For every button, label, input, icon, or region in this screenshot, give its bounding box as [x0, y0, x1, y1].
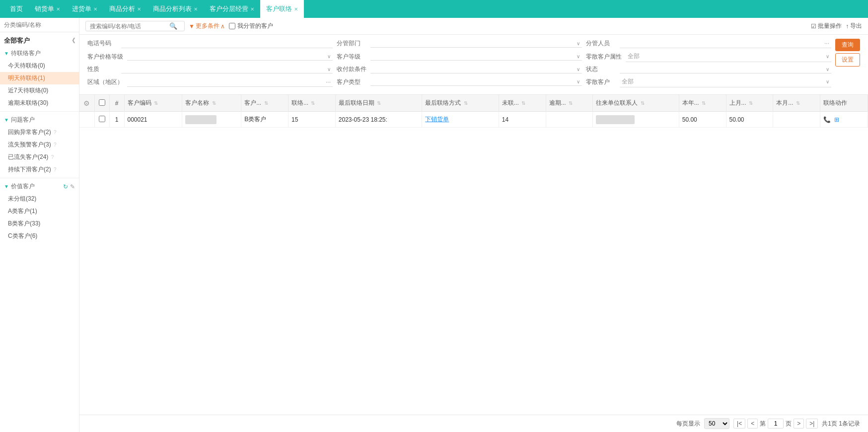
phone-input[interactable] [121, 39, 333, 48]
sort-icon-last-month[interactable]: ⇅ [749, 100, 753, 106]
sort-icon-name[interactable]: ⇅ [212, 100, 216, 106]
nav-close-customer-tier[interactable]: ✕ [250, 6, 254, 12]
cell-customer-type: B类客户 [241, 112, 289, 128]
query-button[interactable]: 查询 [835, 39, 860, 51]
customer-name-masked: Ea [185, 115, 217, 124]
dept-select[interactable]: ∨ [370, 40, 582, 48]
manager-dots-icon[interactable]: ··· [824, 40, 829, 47]
customer-type-arrow-icon: ∨ [577, 79, 580, 84]
sidebar-item-class-b[interactable]: B类客户(33) [0, 217, 79, 230]
sidebar-item-repurchase-abnormal[interactable]: 回购异常客户(2) ? [0, 126, 79, 139]
payment-select[interactable]: ∨ [370, 66, 582, 73]
help-icon-3: ? [51, 154, 54, 160]
sidebar-item-today-contact[interactable]: 今天待联络(0) [0, 60, 79, 72]
last-contact-method-link[interactable]: 下销货单 [425, 116, 449, 123]
customer-level-select[interactable]: ∨ [370, 53, 582, 61]
page-input[interactable] [768, 419, 784, 429]
contact-action-phone-icon[interactable]: 📞 [823, 116, 831, 123]
col-settings: ⚙ [79, 95, 94, 112]
nav-goods-analysis-list[interactable]: 商品分析列表 ✕ [147, 0, 204, 18]
price-tier-label: 客户价格等级 [87, 53, 123, 61]
search-input[interactable] [90, 23, 169, 30]
nav-goods-analysis[interactable]: 商品分析 ✕ [103, 0, 147, 18]
export-button[interactable]: ↑ 导出 [846, 22, 862, 30]
retail-customer-select[interactable]: 全部 ∨ [620, 76, 831, 87]
sidebar-item-lost[interactable]: 已流失客户(24) ? [0, 151, 79, 163]
retail-attr-arrow-icon: ∨ [826, 54, 829, 59]
cell-last-contact-method: 下销货单 [422, 112, 499, 128]
customer-type-select[interactable]: ∨ [370, 78, 582, 86]
sort-icon-unit-contact[interactable]: ⇅ [641, 100, 645, 106]
sort-icon-type[interactable]: ⇅ [264, 100, 268, 106]
payment-label: 收付款条件 [337, 65, 366, 73]
prev-page-button[interactable]: < [747, 419, 758, 429]
retail-attr-select[interactable]: 全部 ∨ [626, 51, 831, 62]
batch-operation-button[interactable]: ☑ 批量操作 [811, 22, 842, 30]
nav-home[interactable]: 首页 [4, 0, 29, 18]
collapse-icon[interactable]: 《 [69, 37, 75, 45]
filter-row-4: 区域（地区） ··· 客户类型 ∨ [87, 76, 831, 87]
filter-field-status: 状态 ∨ [586, 65, 831, 73]
sort-icon-contact[interactable]: ⇅ [311, 100, 315, 106]
more-conditions-button[interactable]: ▼ 更多条件 ∧ [189, 22, 225, 30]
settings-col-icon[interactable]: ⚙ [83, 99, 90, 107]
nav-close-goods-analysis[interactable]: ✕ [137, 6, 141, 12]
col-this-year: 本年... ⇅ [679, 95, 726, 112]
price-tier-select[interactable]: ∨ [127, 53, 333, 61]
cell-last-contact-date: 2023-05-23 18:25: [335, 112, 422, 128]
sort-icon-date[interactable]: ⇅ [377, 100, 381, 106]
region-dots-icon[interactable]: ··· [326, 78, 331, 85]
sidebar-item-continuous-decline[interactable]: 持续下滑客户(2) ? [0, 163, 79, 176]
sidebar-item-tomorrow-contact[interactable]: 明天待联络(1) [0, 72, 79, 84]
nav-sales[interactable]: 销货单 ✕ [29, 0, 66, 18]
sort-icon-no-contact[interactable]: ⇅ [521, 100, 525, 106]
search-icon[interactable]: 🔍 [169, 22, 177, 30]
sidebar-item-ungrouped[interactable]: 未分组(32) [0, 193, 79, 205]
filter-panel: 电话号码 分管部门 ∨ 分管人员 [79, 35, 868, 95]
col-num: # [109, 95, 124, 112]
help-icon-2: ? [54, 142, 57, 147]
sidebar-item-lost-risk[interactable]: 流失预警客户(3) ? [0, 139, 79, 151]
my-customers-checkbox[interactable] [229, 23, 235, 29]
nav-close-customer-contact[interactable]: ✕ [294, 6, 298, 12]
settings-button[interactable]: 设置 [835, 53, 860, 67]
cell-unit-contact: masked [593, 112, 679, 128]
select-all-checkbox[interactable] [99, 99, 105, 106]
edit-icon[interactable]: ✎ [70, 183, 75, 190]
col-customer-code: 客户编码 ⇅ [124, 95, 182, 112]
per-page-select[interactable]: 50 100 200 [704, 418, 729, 429]
contact-action-more-icon[interactable]: ⊞ [834, 116, 839, 123]
group-pending-contact[interactable]: ▼ 待联络客户 [0, 47, 79, 60]
sort-icon-overdue[interactable]: ⇅ [569, 100, 573, 106]
sidebar-item-class-c[interactable]: C类客户(6) [0, 230, 79, 242]
group-value-customers[interactable]: ▼ 价值客户 ↻ ✎ [0, 180, 79, 193]
nature-select[interactable]: ∨ [121, 66, 333, 73]
nav-customer-tier[interactable]: 客户分层经营 ✕ [204, 0, 260, 18]
group-problem-customers[interactable]: ▼ 问题客户 [0, 114, 79, 126]
filter-field-phone: 电话号码 [87, 39, 333, 48]
sidebar-item-week-contact[interactable]: 近7天待联络(0) [0, 84, 79, 97]
sidebar-item-class-a[interactable]: A类客户(1) [0, 205, 79, 217]
cell-this-month [773, 112, 820, 128]
sort-icon-code[interactable]: ⇅ [154, 100, 158, 106]
dept-label: 分管部门 [337, 39, 366, 48]
sort-icon-method[interactable]: ⇅ [464, 100, 468, 106]
nav-close-sales[interactable]: ✕ [56, 6, 60, 12]
sort-icon-this-month[interactable]: ⇅ [796, 100, 800, 106]
nav-purchase[interactable]: 进货单 ✕ [66, 0, 103, 18]
col-no-contact: 未联... ⇅ [499, 95, 546, 112]
row-checkbox[interactable] [99, 116, 105, 122]
sort-icon-this-year[interactable]: ⇅ [702, 100, 706, 106]
nav-customer-contact[interactable]: 客户联络 ✕ [260, 0, 304, 18]
sidebar-item-overdue-contact[interactable]: 逾期未联络(30) [0, 97, 79, 109]
next-page-button[interactable]: > [794, 419, 804, 429]
refresh-icon[interactable]: ↻ [63, 183, 68, 190]
first-page-button[interactable]: |< [733, 419, 745, 429]
page-suffix: 页 [786, 420, 792, 428]
last-page-button[interactable]: >| [806, 419, 818, 429]
sidebar-search-input[interactable] [4, 21, 78, 28]
nav-close-goods-analysis-list[interactable]: ✕ [194, 6, 198, 12]
sidebar: 🔍 全部客户 《 ▼ 待联络客户 今天待联络(0) 明天待联络(1) 近7天待联… [0, 18, 79, 432]
status-select[interactable]: ∨ [620, 66, 831, 73]
nav-close-purchase[interactable]: ✕ [93, 6, 97, 12]
